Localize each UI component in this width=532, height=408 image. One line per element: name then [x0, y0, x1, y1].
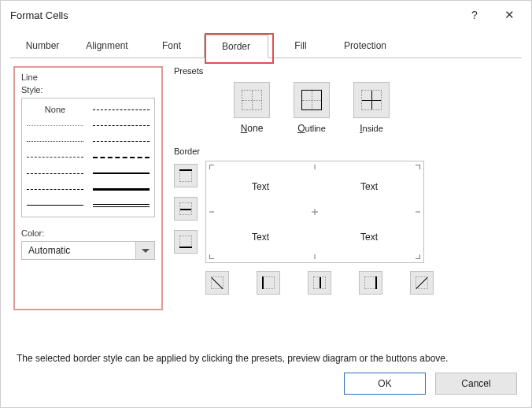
style-hair[interactable] [27, 120, 83, 131]
titlebar: Format Cells ? ✕ [1, 1, 531, 29]
border-middle-v-button[interactable] [308, 271, 331, 295]
style-dotted[interactable] [27, 136, 83, 147]
tab-content: Line Style: None [1, 58, 531, 342]
border-preview[interactable]: Text Text Text Text [205, 161, 424, 263]
preview-cell: Text [206, 161, 315, 212]
right-area: Presets None Outline Inside Border [174, 66, 519, 295]
format-cells-dialog: Format Cells ? ✕ Number Alignment Font B… [0, 0, 532, 408]
style-double[interactable] [93, 200, 150, 211]
preset-inside-button[interactable] [353, 82, 390, 118]
line-group: Line Style: None [13, 66, 163, 310]
dialog-buttons: OK Cancel [344, 373, 517, 395]
style-medium[interactable] [93, 168, 150, 179]
tab-protection[interactable]: Protection [333, 35, 397, 58]
preview-cell: Text [315, 161, 423, 212]
tab-border[interactable]: Border [204, 35, 268, 58]
tab-number[interactable]: Number [10, 35, 75, 58]
style-thick[interactable] [93, 184, 150, 195]
tab-strip: Number Alignment Font Border Fill Protec… [10, 34, 522, 58]
style-dash-dot[interactable] [27, 168, 83, 179]
border-left-button[interactable] [257, 271, 280, 295]
style-dashed[interactable] [27, 184, 83, 195]
preset-outline-button[interactable] [294, 82, 330, 118]
style-none[interactable]: None [27, 104, 83, 115]
border-diag-down-button[interactable] [410, 271, 434, 295]
help-button[interactable]: ? [457, 2, 492, 28]
line-group-label: Line [21, 72, 155, 82]
chevron-down-icon [142, 249, 150, 253]
close-button[interactable]: ✕ [492, 2, 526, 28]
ok-button[interactable]: OK [344, 373, 426, 395]
preset-none-label: None [241, 123, 264, 134]
border-top-button[interactable] [174, 164, 198, 187]
border-diag-up-button[interactable] [205, 271, 229, 295]
border-middle-h-button[interactable] [174, 197, 198, 221]
style-slant-dash-dot[interactable] [93, 120, 150, 131]
style-thin[interactable] [27, 200, 83, 211]
color-value: Automatic [21, 241, 136, 260]
color-label: Color: [21, 228, 155, 238]
color-dropdown-button[interactable] [136, 241, 155, 260]
style-label: Style: [21, 85, 155, 95]
preset-outline-label: Outline [297, 123, 326, 134]
dialog-title: Format Cells [10, 9, 457, 21]
hint-text: The selected border style can be applied… [1, 342, 531, 364]
tab-font[interactable]: Font [139, 35, 204, 58]
style-med-dash-dot-dot[interactable] [93, 104, 150, 115]
presets-group-label: Presets [174, 66, 519, 76]
preview-cell: Text [206, 212, 315, 262]
preset-inside-label: Inside [360, 123, 383, 134]
border-group-label: Border [174, 147, 519, 156]
preview-cell: Text [315, 212, 423, 262]
style-med-dashed[interactable] [93, 152, 150, 163]
style-med-dash-dot[interactable] [93, 136, 150, 147]
tab-alignment[interactable]: Alignment [75, 35, 139, 58]
cancel-button[interactable]: Cancel [435, 373, 517, 395]
preset-none-button[interactable] [234, 82, 270, 118]
color-dropdown[interactable]: Automatic [21, 241, 155, 260]
tab-fill[interactable]: Fill [268, 35, 333, 58]
style-dash-dot-dot[interactable] [27, 152, 83, 163]
border-right-button[interactable] [359, 271, 382, 295]
style-listbox[interactable]: None [21, 98, 155, 217]
border-bottom-button[interactable] [174, 230, 198, 254]
